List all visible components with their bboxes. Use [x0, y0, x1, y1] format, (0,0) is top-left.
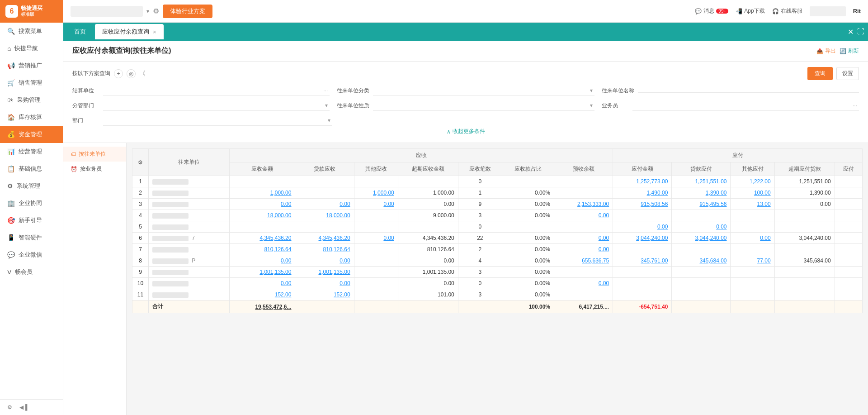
- sidebar-item-operation[interactable]: 📊 经营管理: [0, 143, 63, 160]
- sidebar-item-search[interactable]: 🔍 搜索菜单: [0, 23, 63, 40]
- col-rec-overdue: 超期应收金额: [398, 162, 458, 176]
- chevron-down-icon[interactable]: ▾: [146, 8, 149, 14]
- row-pay-col5: [835, 278, 862, 289]
- salesperson-input[interactable]: ···: [632, 100, 859, 111]
- row-rec-amount: 810,126.64: [230, 244, 295, 255]
- close-window-icon[interactable]: ✕: [848, 28, 854, 36]
- filter-add-button[interactable]: +: [114, 69, 123, 78]
- sidenav-by-customer[interactable]: 🏷 按往来单位: [63, 147, 126, 162]
- row-pay-overdue: 1,390.00: [774, 187, 835, 199]
- table-settings-col[interactable]: ⚙: [132, 149, 149, 176]
- sidebar-item-finance[interactable]: 💰 资金管理: [0, 126, 63, 143]
- settlement-unit-input[interactable]: ···: [103, 86, 330, 96]
- row-pay-loan: 915,495.56: [672, 199, 731, 210]
- sidenav-by-salesperson[interactable]: ⏰ 按业务员: [63, 162, 126, 176]
- row-pay-loan: [672, 278, 731, 289]
- header-settings-icon[interactable]: ⚙: [153, 7, 159, 15]
- export-button[interactable]: 📤 导出: [816, 47, 836, 55]
- query-button[interactable]: 查询: [807, 67, 833, 80]
- settlement-unit-label: 结算单位: [72, 87, 99, 95]
- tab-receivable-payable[interactable]: 应收应付余额查询 ×: [95, 24, 164, 39]
- row-rec-count: 1: [458, 187, 502, 199]
- sidebar-item-member[interactable]: V 畅会员: [0, 263, 63, 281]
- sidebar-item-marketing[interactable]: 📢 营销推广: [0, 57, 63, 74]
- user-info: [810, 6, 846, 16]
- sidebar-item-wechat[interactable]: 💬 企业微信: [0, 246, 63, 263]
- app-icon: 📲: [736, 8, 742, 14]
- row-customer: [149, 199, 230, 210]
- tab-home[interactable]: 首页: [67, 23, 93, 41]
- app-download-button[interactable]: 📲 App下载: [736, 7, 764, 15]
- sidebar-item-guide[interactable]: 🎯 新手引导: [0, 212, 63, 229]
- footer-label: 合计: [149, 301, 230, 313]
- tab-close-icon[interactable]: ×: [153, 29, 156, 35]
- sidebar-item-enterprise[interactable]: 🏢 企业协同: [0, 195, 63, 212]
- row-rec-count: 2: [458, 244, 502, 255]
- col-pay-loan: 贷款应付: [672, 162, 731, 176]
- department-label: 部门: [72, 117, 99, 124]
- home-icon: ⌂: [7, 45, 11, 52]
- row-rec-ratio: 0.00%: [502, 289, 554, 301]
- row-pay-other: 0.00: [731, 233, 774, 244]
- sidebar-item-inventory[interactable]: 🏠 库存核算: [0, 109, 63, 126]
- row-pay-amount: 1,490.00: [613, 187, 672, 199]
- row-rec-amount: 1,001,135.00: [230, 267, 295, 278]
- col-rec-loan: 贷款应收: [295, 162, 354, 176]
- row-rec-count: 3: [458, 210, 502, 221]
- online-service-button[interactable]: 🎧 在线客服: [772, 7, 802, 15]
- row-pay-overdue: [774, 278, 835, 289]
- footer-pay-overdue: [774, 301, 835, 313]
- expand-window-icon[interactable]: ⛶: [857, 28, 864, 36]
- sidebar-item-basic[interactable]: 📋 基础信息: [0, 160, 63, 177]
- collapse-more-button[interactable]: ∧ 收起更多条件: [72, 126, 859, 137]
- sidebar-item-system[interactable]: ⚙ 系统管理: [0, 177, 63, 195]
- message-button[interactable]: 💬 消息 99+: [695, 7, 728, 15]
- customer-name-input[interactable]: [638, 89, 859, 93]
- row-pay-overdue: [774, 289, 835, 301]
- col-rec-amount: 应收金额: [230, 162, 295, 176]
- sidebar-item-purchase[interactable]: 🛍 采购管理: [0, 91, 63, 109]
- row-rec-other: [354, 210, 398, 221]
- refresh-label: 刷新: [848, 47, 859, 55]
- row-rec-ratio: 0.00%: [502, 244, 554, 255]
- row-pay-loan: 1,251,551.00: [672, 176, 731, 187]
- table-row: 7 810,126.64 810,126.64 810,126.64 2 0.0…: [132, 244, 863, 255]
- row-no: 10: [132, 278, 149, 289]
- settings-icon[interactable]: ⚙: [7, 404, 12, 410]
- footer-empty-1: [132, 301, 149, 313]
- table-row: 4 18,000.00 18,000.00 9,000.00 3 0.00% 0…: [132, 210, 863, 221]
- logo-name: 畅捷通买: [21, 5, 42, 11]
- col-group-receivable-header: 应收: [230, 149, 613, 162]
- row-pay-amount: 915,508.56: [613, 199, 672, 210]
- customer-nature-select[interactable]: ▾: [373, 100, 594, 111]
- row-rec-ratio: [502, 176, 554, 187]
- sidebar-item-nav[interactable]: ⌂ 快捷导航: [0, 40, 63, 57]
- row-pay-loan: [672, 210, 731, 221]
- row-rec-loan: 810,126.64: [295, 244, 354, 255]
- filter-row-2: 分管部门 ▾ 往来单位性质 ▾ 业务员: [72, 100, 859, 111]
- row-rec-other: 0.00: [354, 199, 398, 210]
- dept-select[interactable]: ▾: [103, 100, 330, 111]
- industry-solution-button[interactable]: 体验行业方案: [163, 5, 212, 18]
- row-customer: [149, 267, 230, 278]
- table-footer-row: 合计 19,553,472,6... 100.00% 6,417,215....…: [132, 301, 863, 313]
- by-customer-label: 按往来单位: [79, 150, 106, 158]
- more-salesperson-icon: ···: [853, 102, 857, 109]
- salesperson-label: 业务员: [602, 102, 629, 110]
- filter-collapse-button[interactable]: 《: [139, 70, 146, 78]
- data-table: ⚙ 往来单位 应收 应付 应收金额 贷款应收 其他应收 超期应收金额 应收笔数 …: [132, 148, 863, 313]
- row-rec-loan: 152.00: [295, 289, 354, 301]
- footer-rec-total[interactable]: 19,553,472,6...: [230, 301, 295, 313]
- sidebar-item-hardware[interactable]: 📱 智能硬件: [0, 229, 63, 246]
- collapse-sidebar-icon[interactable]: ◀▐: [19, 404, 28, 410]
- sidebar-item-sales[interactable]: 🛒 销售管理: [0, 74, 63, 91]
- refresh-button[interactable]: 🔄 刷新: [840, 47, 859, 55]
- settings-filter-button[interactable]: 设置: [836, 67, 859, 80]
- customer-category-select[interactable]: ▾: [373, 86, 594, 96]
- filter-settings-button[interactable]: ◎: [127, 69, 136, 78]
- row-pay-overdue: [774, 244, 835, 255]
- header-right: 💬 消息 99+ 📲 App下载 🎧 在线客服 Rit: [695, 6, 861, 16]
- chevron-down-dept-icon: ▾: [325, 102, 328, 109]
- department-select[interactable]: ▾: [103, 115, 332, 126]
- row-rec-amount: 0.00: [230, 199, 295, 210]
